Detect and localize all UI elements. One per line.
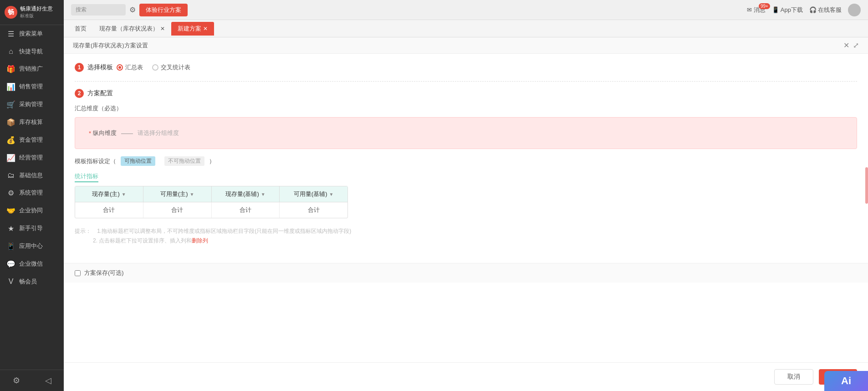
stats-col-0-chevron[interactable]: ▼ — [122, 192, 126, 197]
stats-table-header: 现存量(主) ▼ 可用量(主) ▼ 现存量(基辅) ▼ — [75, 186, 347, 202]
tab-home[interactable]: 首页 — [68, 22, 93, 36]
step-divider-1 — [75, 81, 857, 82]
sidebar-item-label: 经营管理 — [19, 154, 43, 162]
home-icon: ⌂ — [6, 47, 15, 56]
sidebar-item-purchase[interactable]: 🛒 采购管理 — [0, 96, 64, 113]
topbar-message[interactable]: ✉ 消息 99+ — [747, 6, 766, 14]
tab-inventory-status[interactable]: 现存量（库存状况表） ✕ — [93, 22, 171, 36]
stats-cell-0-1: 合计 — [143, 202, 212, 218]
page-title: 现存量(库存状况表)方案设置 — [73, 41, 148, 50]
step2-header: 2 方案配置 — [75, 89, 857, 98]
app-icon: 📱 — [772, 6, 779, 13]
action-bar: 取消 查询 — [64, 362, 868, 391]
sidebar-item-finance[interactable]: 💰 资金管理 — [0, 131, 64, 149]
sidebar-item-basic[interactable]: 🗂 基础信息 — [0, 167, 64, 184]
scroll-hint — [865, 167, 868, 204]
content-close-icon[interactable]: ✕ — [843, 41, 849, 50]
sidebar-item-inventory[interactable]: 📦 库存核算 — [0, 113, 64, 131]
radio-cross-label: 交叉统计表 — [161, 63, 190, 72]
cancel-button[interactable]: 取消 — [774, 369, 813, 385]
step1-header: 1 选择模板 汇总表 交叉统计表 — [75, 63, 857, 72]
content-body: 1 选择模板 汇总表 交叉统计表 — [64, 54, 868, 263]
topbar-left: 搜索 ⚙ 体验行业方案 — [71, 4, 742, 16]
handshake-icon: 🤝 — [6, 206, 15, 215]
sidebar: 畅 畅康通好生意 标准版 ☰ 搜索菜单 ⌂ 快捷导航 🎁 营销推广 📊 销售管理… — [0, 0, 64, 391]
content-expand-icon[interactable]: ⤢ — [853, 41, 859, 50]
sidebar-item-label: 企业微信 — [19, 260, 43, 268]
ai-badge[interactable]: Ai — [824, 371, 868, 391]
dimension-arrow: —— — [121, 130, 133, 137]
stats-col-1-chevron[interactable]: ▼ — [190, 192, 194, 197]
sidebar-item-operation[interactable]: 📈 经营管理 — [0, 149, 64, 167]
tab-inventory-close-icon[interactable]: ✕ — [160, 26, 165, 32]
radio-summary[interactable]: 汇总表 — [117, 63, 143, 72]
radio-cross[interactable]: 交叉统计表 — [152, 63, 190, 72]
radio-cross-dot — [152, 64, 158, 71]
sidebar-speaker-icon[interactable]: ◁ — [43, 374, 53, 387]
save-plan-checkbox[interactable] — [75, 270, 81, 276]
step2-badge: 2 — [75, 89, 84, 98]
topbar-app-download[interactable]: 📱 App下载 — [772, 6, 803, 14]
step2-title: 方案配置 — [87, 89, 113, 98]
tab-home-label: 首页 — [75, 25, 87, 33]
sidebar-item-label: 系统管理 — [19, 189, 43, 197]
sidebar-item-sales[interactable]: 📊 销售管理 — [0, 78, 64, 96]
stats-cell-0-3: 合计 — [280, 202, 347, 218]
sidebar-item-app-center[interactable]: 📱 应用中心 — [0, 237, 64, 255]
service-label: 在线客服 — [818, 6, 842, 14]
app-label: App下载 — [781, 6, 803, 14]
indicator-end: ） — [209, 157, 215, 165]
stats-col-0-label: 现存量(主) — [92, 190, 120, 198]
stats-col-0[interactable]: 现存量(主) ▼ — [75, 186, 143, 202]
sidebar-item-marketing[interactable]: 🎁 营销推广 — [0, 60, 64, 78]
sidebar-item-quick-nav[interactable]: ⌂ 快捷导航 — [0, 43, 64, 60]
sidebar-scroll: ☰ 搜索菜单 ⌂ 快捷导航 🎁 营销推广 📊 销售管理 🛒 采购管理 📦 库存核… — [0, 25, 64, 370]
sidebar-item-wechat[interactable]: 💬 企业微信 — [0, 255, 64, 273]
sidebar-item-corp[interactable]: 🤝 企业协同 — [0, 202, 64, 220]
stats-col-3-label: 可用量(基辅) — [294, 190, 327, 198]
template-radio-group: 汇总表 交叉统计表 — [117, 63, 190, 72]
sidebar-item-member[interactable]: V 畅会员 — [0, 273, 64, 290]
sidebar-item-system[interactable]: ⚙ 系统管理 — [0, 184, 64, 202]
star-icon: ★ — [6, 224, 15, 233]
sidebar-settings-icon[interactable]: ⚙ — [11, 374, 22, 387]
user-avatar[interactable] — [848, 4, 861, 16]
radio-summary-dot — [117, 64, 123, 71]
sidebar-item-label: 新手引导 — [19, 224, 43, 232]
sidebar-bottom: ⚙ ◁ — [0, 370, 64, 391]
topbar-right: ✉ 消息 99+ 📱 App下载 🎧 在线客服 — [747, 4, 861, 16]
sidebar-item-search-menu[interactable]: ☰ 搜索菜单 — [0, 25, 64, 43]
stats-col-2-label: 现存量(基辅) — [225, 190, 259, 198]
content-area: 现存量(库存状况表)方案设置 ✕ ⤢ 1 选择模板 汇总表 — [64, 37, 868, 362]
content-header: 现存量(库存状况表)方案设置 ✕ ⤢ — [64, 37, 868, 54]
stats-table: 现存量(主) ▼ 可用量(主) ▼ 现存量(基辅) ▼ — [75, 186, 348, 218]
sidebar-item-label: 基础信息 — [19, 171, 43, 180]
tab-new-plan-close-icon[interactable]: ✕ — [203, 26, 208, 32]
topbar-online-service[interactable]: 🎧 在线客服 — [809, 6, 842, 14]
money-icon: 💰 — [6, 136, 15, 144]
sidebar-item-newbie[interactable]: ★ 新手引导 — [0, 220, 64, 237]
vip-icon: V — [6, 278, 15, 286]
radio-summary-label: 汇总表 — [125, 63, 143, 72]
dimension-label: 汇总维度（必选） — [75, 104, 857, 113]
cart-icon: 🛒 — [6, 100, 15, 109]
dimension-box[interactable]: * 纵向维度 —— 请选择分组维度 — [75, 117, 857, 149]
tip-1-text: 2. 点击标题栏下拉可设置排序、插入列和 — [75, 237, 192, 244]
tip-item-1: 2. 点击标题栏下拉可设置排序、插入列和删除列 — [75, 237, 857, 245]
trial-industry-button[interactable]: 体验行业方案 — [139, 4, 188, 16]
sidebar-item-label: 搜索菜单 — [19, 30, 43, 38]
topbar-gear-icon[interactable]: ⚙ — [129, 5, 136, 14]
stats-col-2-chevron[interactable]: ▼ — [261, 192, 266, 197]
tips-section: 提示： 1.拖动标题栏可以调整布局，不可跨维度或指标区域拖动栏目字段(只能在同一… — [75, 227, 857, 245]
logo-title: 畅康通好生意 — [20, 5, 53, 13]
stats-col-2[interactable]: 现存量(基辅) ▼ — [212, 186, 280, 202]
gift-icon: 🎁 — [6, 65, 15, 73]
tab-new-plan[interactable]: 新建方案 ✕ — [171, 22, 214, 36]
stats-col-3-chevron[interactable]: ▼ — [329, 192, 334, 197]
stats-col-1[interactable]: 可用量(主) ▼ — [143, 186, 212, 202]
service-icon: 🎧 — [809, 6, 817, 13]
stats-col-3[interactable]: 可用量(基辅) ▼ — [280, 186, 347, 202]
topbar-search-display: 搜索 — [71, 4, 126, 15]
settings-icon: ⚙ — [6, 189, 15, 197]
message-badge: 99+ — [759, 3, 770, 9]
